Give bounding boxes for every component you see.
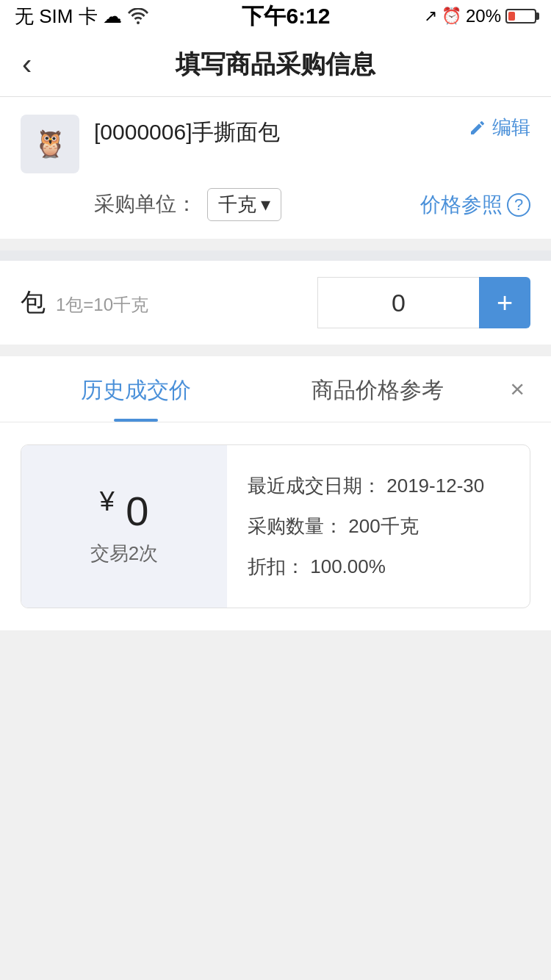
location-icon: ↗ — [424, 7, 437, 26]
product-thumbnail: 🦉 — [21, 115, 79, 173]
purchase-qty-value: 200千克 — [348, 515, 418, 537]
edit-label: 编辑 — [492, 115, 530, 140]
transaction-count: 交易2次 — [90, 541, 158, 566]
recent-date-label: 最近成交日期： — [248, 475, 381, 497]
status-left: 无 SIM 卡 ☁ — [15, 4, 148, 29]
battery-indicator — [505, 9, 536, 24]
unit-label: 采购单位： — [94, 192, 197, 215]
product-icon: 🦉 — [34, 129, 67, 159]
product-left: 🦉 [0000006]手撕面包 — [21, 115, 280, 173]
transaction-details-side: 最近成交日期： 2019-12-30 采购数量： 200千克 折扣： 100.0… — [227, 445, 530, 608]
section-divider — [0, 251, 551, 261]
tabs-section: 历史成交价 商品价格参考 × ¥ 0 交易2次 最近成交日期： 2019-12-… — [0, 356, 551, 630]
status-time: 下午6:12 — [242, 1, 330, 32]
quantity-hint: 1包=10千克 — [56, 293, 148, 317]
purchase-qty-label: 采购数量： — [248, 515, 343, 537]
discount-label: 折扣： — [248, 555, 305, 577]
product-header: 🦉 [0000006]手撕面包 编辑 — [21, 115, 530, 173]
transaction-card: ¥ 0 交易2次 最近成交日期： 2019-12-30 采购数量： 200千克 … — [21, 444, 530, 608]
price-ref-label: 价格参照 — [420, 191, 503, 219]
yen-sign: ¥ — [100, 486, 115, 516]
unit-section: 采购单位： 千克 ▾ — [94, 188, 281, 221]
price-value: 0 — [126, 488, 148, 534]
edit-icon — [469, 119, 486, 137]
recent-date-row: 最近成交日期： 2019-12-30 — [248, 472, 509, 500]
dropdown-arrow: ▾ — [261, 193, 270, 216]
quantity-unit: 包 — [21, 286, 46, 320]
tab-close-button[interactable]: × — [498, 367, 536, 411]
quantity-input-area: + — [317, 277, 530, 328]
tab-history-label: 历史成交价 — [81, 378, 191, 402]
price-reference-button[interactable]: 价格参照 ? — [420, 191, 530, 219]
nav-bar: ‹ 填写商品采购信息 — [0, 32, 551, 97]
discount-row: 折扣： 100.00% — [248, 552, 509, 581]
price-ref-icon: ? — [507, 193, 530, 217]
status-bar: 无 SIM 卡 ☁ 下午6:12 ↗ ⏰ 20% — [0, 0, 551, 32]
bottom-area — [0, 630, 551, 980]
product-name: [0000006]手撕面包 — [94, 115, 280, 148]
unit-value: 千克 — [218, 192, 256, 217]
unit-dropdown[interactable]: 千克 ▾ — [207, 188, 281, 221]
tab-content-history: ¥ 0 交易2次 最近成交日期： 2019-12-30 采购数量： 200千克 … — [0, 422, 551, 630]
tab-price-ref-label: 商品价格参考 — [311, 378, 444, 402]
back-button[interactable]: ‹ — [15, 40, 39, 88]
tabs-header: 历史成交价 商品价格参考 × — [0, 356, 551, 422]
product-unit-row: 采购单位： 千克 ▾ 价格参照 ? — [21, 188, 530, 221]
quantity-plus-button[interactable]: + — [479, 277, 530, 328]
transaction-price-side: ¥ 0 交易2次 — [21, 445, 227, 608]
discount-value: 100.00% — [310, 555, 386, 577]
edit-button[interactable]: 编辑 — [469, 115, 530, 140]
transaction-price: ¥ 0 — [100, 486, 149, 535]
wifi-icon — [128, 8, 148, 24]
page-title: 填写商品采购信息 — [176, 48, 375, 82]
tab-price-reference[interactable]: 商品价格参考 — [256, 356, 498, 422]
purchase-quantity-row: 采购数量： 200千克 — [248, 512, 509, 541]
recent-date-value: 2019-12-30 — [386, 475, 484, 497]
sim-label: 无 SIM 卡 ☁ — [15, 4, 122, 29]
quantity-row: 包 1包=10千克 + — [0, 261, 551, 345]
alarm-icon: ⏰ — [442, 7, 461, 26]
product-card: 🦉 [0000006]手撕面包 编辑 采购单位： 千克 ▾ 价格参照 ? — [0, 97, 551, 239]
quantity-input[interactable] — [317, 277, 479, 328]
battery-percent: 20% — [466, 6, 501, 26]
quantity-label-area: 包 1包=10千克 — [21, 286, 148, 320]
tab-history-price[interactable]: 历史成交价 — [15, 356, 256, 422]
status-right: ↗ ⏰ 20% — [424, 6, 536, 26]
